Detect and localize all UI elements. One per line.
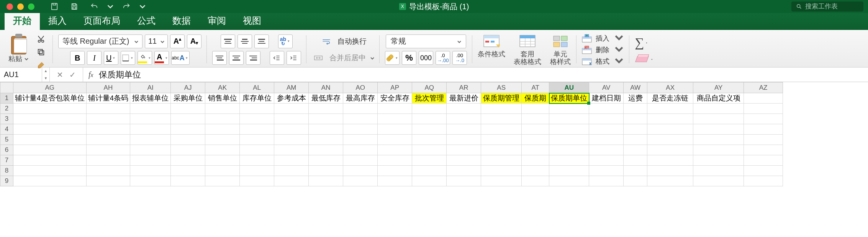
col-header-AR[interactable]: AR [447, 82, 481, 93]
cell-AJ3[interactable] [171, 114, 205, 124]
merge-dropdown[interactable] [370, 54, 374, 62]
cell-AT9[interactable] [522, 176, 549, 186]
col-header-AV[interactable]: AV [589, 82, 624, 93]
cell-AV7[interactable] [589, 155, 624, 166]
cell-AJ1[interactable]: 采购单位 [171, 93, 205, 104]
cell-AI7[interactable] [130, 155, 171, 166]
cell-AG5[interactable] [13, 135, 87, 145]
save-icon[interactable] [67, 2, 81, 12]
col-header-AU[interactable]: AU [549, 82, 589, 93]
cell-AW1[interactable]: 运费 [624, 93, 647, 104]
align-center-button[interactable] [229, 51, 244, 65]
cell-AK2[interactable] [205, 104, 240, 114]
cell-AU3[interactable] [549, 114, 589, 124]
cell-AK6[interactable] [205, 145, 240, 155]
cell-AL2[interactable] [240, 104, 274, 114]
cell-AM6[interactable] [274, 145, 309, 155]
cell-AJ4[interactable] [171, 124, 205, 135]
col-header-AT[interactable]: AT [522, 82, 549, 93]
spreadsheet-grid[interactable]: AGAHAIAJAKALAMANAOAPAQARASATAUAVAWAXAYAZ… [0, 82, 868, 237]
cell-AQ2[interactable] [412, 104, 447, 114]
cell-AQ4[interactable] [412, 124, 447, 135]
border-button[interactable]: ▾ [121, 51, 135, 65]
cell-AW3[interactable] [624, 114, 647, 124]
cell-AJ8[interactable] [171, 166, 205, 176]
cell-AN9[interactable] [309, 176, 343, 186]
undo-dropdown-icon[interactable] [107, 2, 113, 12]
col-header-AH[interactable]: AH [86, 82, 130, 93]
paste-button[interactable] [10, 33, 28, 54]
fill-color-button[interactable]: ▾ [138, 51, 152, 65]
delete-cells-button[interactable]: 删除 [582, 44, 624, 55]
cell-AK4[interactable] [205, 124, 240, 135]
decrease-font-button[interactable]: A▾ [187, 35, 201, 48]
cell-AR4[interactable] [447, 124, 481, 135]
cell-AX6[interactable] [647, 145, 693, 155]
cell-AN1[interactable]: 最低库存 [309, 93, 343, 104]
cell-AM7[interactable] [274, 155, 309, 166]
cell-AU2[interactable] [549, 104, 589, 114]
autosum-button[interactable]: ∑· [635, 35, 653, 50]
cell-AT8[interactable] [522, 166, 549, 176]
cell-AZ5[interactable] [744, 135, 783, 145]
tab-插入[interactable]: 插入 [40, 12, 75, 30]
cell-AS4[interactable] [481, 124, 522, 135]
phonetic-button[interactable]: abcA▾ [171, 51, 189, 65]
cell-AX7[interactable] [647, 155, 693, 166]
cell-AT1[interactable]: 保质期 [522, 93, 549, 104]
cell-AI8[interactable] [130, 166, 171, 176]
row-header-7[interactable]: 7 [0, 155, 13, 166]
align-bottom-button[interactable] [254, 35, 269, 48]
number-format-select[interactable]: 常规 [386, 35, 466, 48]
cell-AX4[interactable] [647, 124, 693, 135]
cell-AH3[interactable] [86, 114, 130, 124]
cell-AY4[interactable] [693, 124, 744, 135]
tab-页面布局[interactable]: 页面布局 [75, 12, 129, 30]
format-cells-button[interactable]: 格式 [582, 56, 624, 67]
cell-AI3[interactable] [130, 114, 171, 124]
cell-AQ9[interactable] [412, 176, 447, 186]
cell-AO4[interactable] [343, 124, 378, 135]
cell-AU1[interactable]: 保质期单位 [549, 93, 589, 104]
cell-AV2[interactable] [589, 104, 624, 114]
cell-AY2[interactable] [693, 104, 744, 114]
cell-AL8[interactable] [240, 166, 274, 176]
cell-AU9[interactable] [549, 176, 589, 186]
cell-AT4[interactable] [522, 124, 549, 135]
cell-AU4[interactable] [549, 124, 589, 135]
cell-AI9[interactable] [130, 176, 171, 186]
cell-AV9[interactable] [589, 176, 624, 186]
cell-AP3[interactable] [378, 114, 412, 124]
cell-AO5[interactable] [343, 135, 378, 145]
cell-AS9[interactable] [481, 176, 522, 186]
cell-AQ5[interactable] [412, 135, 447, 145]
cell-AZ8[interactable] [744, 166, 783, 176]
cell-AX3[interactable] [647, 114, 693, 124]
cell-AM8[interactable] [274, 166, 309, 176]
cell-AU8[interactable] [549, 166, 589, 176]
cell-AS5[interactable] [481, 135, 522, 145]
cell-AN5[interactable] [309, 135, 343, 145]
merge-center-button[interactable] [312, 52, 325, 64]
orientation-button[interactable]: ab↻▾ [278, 35, 293, 48]
cell-AL1[interactable]: 库存单位 [240, 93, 274, 104]
tab-开始[interactable]: 开始 [5, 12, 40, 30]
cell-AH8[interactable] [86, 166, 130, 176]
cell-AM2[interactable] [274, 104, 309, 114]
cell-AX8[interactable] [647, 166, 693, 176]
cell-AH1[interactable]: 辅计量4条码 [86, 93, 130, 104]
cell-AP8[interactable] [378, 166, 412, 176]
cell-AY5[interactable] [693, 135, 744, 145]
cell-AV1[interactable]: 建档日期 [589, 93, 624, 104]
row-header-2[interactable]: 2 [0, 104, 13, 114]
redo-icon[interactable] [120, 2, 133, 12]
cell-AI2[interactable] [130, 104, 171, 114]
cell-AG3[interactable] [13, 114, 87, 124]
col-header-AI[interactable]: AI [130, 82, 171, 93]
cell-AY7[interactable] [693, 155, 744, 166]
col-header-AK[interactable]: AK [205, 82, 240, 93]
cell-AQ6[interactable] [412, 145, 447, 155]
font-color-button[interactable]: A▾ [154, 51, 169, 65]
cell-AM1[interactable]: 参考成本 [274, 93, 309, 104]
cell-AS3[interactable] [481, 114, 522, 124]
